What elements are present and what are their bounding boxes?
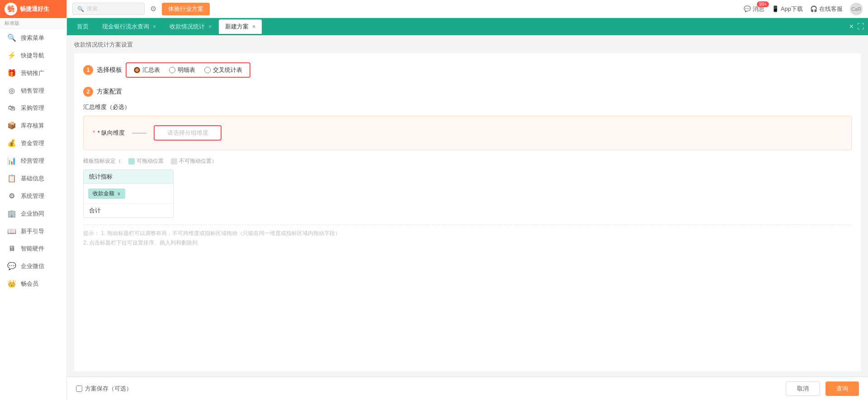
- sidebar-item-operation[interactable]: 📊 经营管理: [0, 152, 66, 169]
- save-option[interactable]: 方案保存（可选）: [76, 385, 132, 393]
- expand-icon[interactable]: ⛶: [857, 23, 864, 31]
- sidebar-item-wechat[interactable]: 💬 企业微信: [0, 257, 66, 275]
- main-area: 🔍 搜索 ⚙ 体验行业方案 💬 消息 99+ 📱 App下载 🎧 在线客服 Ca…: [67, 0, 868, 400]
- message-item[interactable]: 💬 消息 99+: [744, 5, 764, 13]
- member-icon: 👑: [7, 279, 16, 288]
- close-window-icon[interactable]: ×: [849, 23, 854, 31]
- sidebar-item-guide[interactable]: 📖 新手引导: [0, 222, 66, 240]
- tab-new-plan-label: 新建方案: [225, 23, 249, 31]
- download-item[interactable]: 📱 App下载: [772, 5, 803, 13]
- hint-not-draggable-label: 不可拖动位置）: [179, 157, 217, 165]
- hint-draggable: 可拖动位置: [128, 157, 164, 165]
- radio-detail-input[interactable]: [169, 67, 175, 73]
- sidebar-item-marketing[interactable]: 🎁 营销推广: [0, 64, 66, 82]
- metrics-table: 统计指标 收款金额 ∨ 合计: [83, 169, 174, 218]
- sidebar-item-label: 经营管理: [21, 157, 44, 165]
- sidebar-logo: 畅 畅捷通好生: [0, 0, 66, 18]
- vertical-dimension-row: * * 纵向维度 —— 请选择分组维度: [93, 125, 842, 141]
- sidebar-item-basic[interactable]: 📋 基础信息: [0, 169, 66, 187]
- search-placeholder: 搜索: [87, 5, 98, 13]
- tabs-actions: × ⛶: [849, 23, 864, 31]
- sidebar-item-label: 搜索菜单: [21, 34, 44, 42]
- dimension-placeholder[interactable]: 请选择分组维度: [154, 125, 222, 141]
- tab-bar: 首页 现金银行流水查询 × 收款情况统计 × 新建方案 × × ⛶: [67, 18, 868, 35]
- tab-collection-stat[interactable]: 收款情况统计 ×: [163, 19, 218, 34]
- sidebar-item-label: 快捷导航: [21, 52, 44, 60]
- tab-bank-flow-label: 现金银行流水查询: [102, 23, 149, 31]
- page-title: 收款情况统计方案设置: [74, 41, 861, 49]
- tip1: 提示： 1. 拖动标题栏可以调整布局，不可跨维度或指标区域拖动（只能在同一维度或…: [83, 230, 852, 237]
- tab-collection-stat-label: 收款情况统计: [170, 23, 205, 31]
- vertical-label-text: * 纵向维度: [98, 129, 125, 136]
- search-box[interactable]: 🔍 搜索: [72, 3, 145, 15]
- sidebar-item-finance[interactable]: 💰 资金管理: [0, 134, 66, 152]
- sidebar-edition: 标准版: [0, 18, 66, 29]
- sidebar-item-search-menu[interactable]: 🔍 搜索菜单: [0, 29, 66, 47]
- sidebar-item-enterprise[interactable]: 🏢 企业协同: [0, 205, 66, 222]
- purchase-icon: 🛍: [7, 104, 16, 112]
- marketing-icon: 🎁: [7, 69, 16, 77]
- service-item[interactable]: 🎧 在线客服: [810, 5, 843, 13]
- radio-summary[interactable]: 汇总表: [134, 66, 160, 74]
- hint-draggable-label: 可拖动位置: [137, 157, 164, 165]
- search-icon: 🔍: [77, 6, 84, 12]
- template-options-box: 汇总表 明细表 交叉统计表: [126, 62, 250, 78]
- tab-bank-flow-close[interactable]: ×: [153, 24, 156, 29]
- guide-icon: 📖: [7, 227, 16, 235]
- hardware-icon: 🖥: [7, 245, 16, 253]
- tab-home[interactable]: 首页: [71, 19, 95, 34]
- tab-new-plan[interactable]: 新建方案 ×: [219, 19, 262, 34]
- download-icon: 📱: [772, 5, 779, 12]
- radio-crosstab[interactable]: 交叉统计表: [204, 66, 242, 74]
- metrics-table-header: 统计指标: [84, 170, 173, 184]
- sidebar-item-label: 智能硬件: [21, 245, 44, 253]
- sidebar-item-system[interactable]: ⚙ 系统管理: [0, 187, 66, 205]
- radio-detail[interactable]: 明细表: [169, 66, 195, 74]
- config-section: 2 方案配置 汇总维度（必选） * * 纵向维度 —— 请选择分组维度: [83, 87, 852, 253]
- section1-num: 1: [83, 65, 93, 75]
- tab-new-plan-close[interactable]: ×: [252, 24, 255, 29]
- sidebar-item-inventory[interactable]: 📦 库存核算: [0, 117, 66, 134]
- metrics-tag[interactable]: 收款金额 ∨: [88, 188, 125, 199]
- sidebar-item-label: 基础信息: [21, 174, 44, 183]
- radio-detail-label: 明细表: [178, 66, 195, 74]
- logo-text: 畅捷通好生: [20, 5, 49, 13]
- sidebar-item-sales[interactable]: ◎ 销售管理: [0, 82, 66, 99]
- section1-title: 选择模板: [97, 66, 122, 74]
- service-icon: 🎧: [810, 5, 817, 12]
- template-section-header: 1 选择模板 汇总表 明细表 交叉统计表: [83, 62, 852, 78]
- sidebar-item-hardware[interactable]: 🖥 智能硬件: [0, 240, 66, 257]
- metrics-label-text: 模板指标设定（: [83, 157, 121, 165]
- gear-icon[interactable]: ⚙: [150, 5, 156, 13]
- sidebar-item-label: 销售管理: [21, 87, 44, 95]
- dimension-title: 汇总维度（必选）: [83, 103, 852, 111]
- radio-summary-label: 汇总表: [142, 66, 160, 74]
- logo-icon: 畅: [5, 3, 17, 15]
- save-checkbox[interactable]: [76, 386, 82, 392]
- quick-nav-icon: ⚡: [7, 51, 16, 60]
- metrics-hint: 模板指标设定（ 可拖动位置 不可拖动位置）: [83, 157, 852, 165]
- sidebar-item-quick-nav[interactable]: ⚡ 快捷导航: [0, 47, 66, 64]
- radio-summary-input[interactable]: [134, 67, 140, 73]
- download-label: App下载: [781, 5, 803, 13]
- avatar[interactable]: CaR: [850, 3, 863, 15]
- sidebar-item-purchase[interactable]: 🛍 采购管理: [0, 99, 66, 117]
- cancel-button[interactable]: 取消: [786, 381, 820, 396]
- radio-crosstab-input[interactable]: [204, 67, 211, 73]
- tab-bank-flow[interactable]: 现金银行流水查询 ×: [96, 19, 162, 34]
- sidebar-item-label: 企业协同: [21, 210, 44, 218]
- arrow: ——: [132, 129, 146, 137]
- tips-area: 提示： 1. 拖动标题栏可以调整布局，不可跨维度或指标区域拖动（只能在同一维度或…: [83, 225, 852, 253]
- topbar-right: 💬 消息 99+ 📱 App下载 🎧 在线客服 CaR: [744, 3, 863, 15]
- tab-collection-stat-close[interactable]: ×: [208, 24, 212, 29]
- sidebar-item-member[interactable]: 👑 畅会员: [0, 275, 66, 292]
- draggable-dot: [128, 158, 135, 165]
- query-button[interactable]: 查询: [826, 381, 859, 396]
- bottom-buttons: 取消 查询: [786, 381, 859, 396]
- industry-btn[interactable]: 体验行业方案: [162, 3, 210, 15]
- search-menu-icon: 🔍: [7, 33, 16, 42]
- sidebar-item-label: 资金管理: [21, 139, 44, 147]
- hint-not-draggable: 不可拖动位置）: [171, 157, 217, 165]
- main-card: 1 选择模板 汇总表 明细表 交叉统计表: [74, 53, 861, 371]
- message-icon: 💬: [744, 5, 751, 12]
